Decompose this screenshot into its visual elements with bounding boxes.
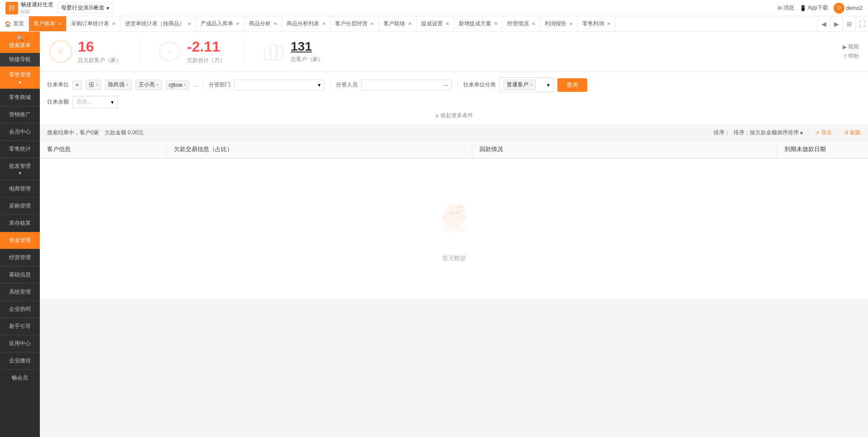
balance-select[interactable]: 选择... ▾ [72, 96, 118, 108]
nav-tabs: 🏠 首页 客户账本 ✕ 采购订单统计表 ✕ 进货单统计表（按商品） ✕ 产成品入… [0, 16, 868, 32]
filter-tag-chen: 陈民强 × [105, 80, 132, 90]
tab-purchase-order[interactable]: 采购订单统计表 ✕ [67, 16, 120, 32]
close-tab-customer-account[interactable]: ✕ [58, 21, 62, 26]
sidebar-item-vip[interactable]: 畅会员 [0, 369, 40, 386]
refresh-btn[interactable]: ↺ 刷新 [844, 129, 861, 137]
close-tab-retail-profit[interactable]: ✕ [607, 21, 610, 26]
close-tab-product-analysis[interactable]: ✕ [273, 21, 277, 26]
customers-value: 16 [78, 39, 121, 55]
sidebar-item-operations-mgmt[interactable]: 经营管理 [0, 249, 40, 266]
remove-tag-chen[interactable]: × [126, 82, 129, 87]
svg-point-8 [450, 211, 453, 215]
tab-product-analysis-list[interactable]: 商品分析列表 ✕ [282, 16, 331, 32]
sidebar-item-capital[interactable]: 资金管理 [0, 232, 40, 249]
search-result-actions: 排序： 排序：按欠款金额倒序排序 ▾ | ↗ 导出 | ↺ 刷新 [714, 129, 861, 137]
search-result-info: 搜索结果中，客户0家 欠款金额 0.00元 [47, 129, 144, 137]
tab-home[interactable]: 🏠 首页 [0, 16, 29, 32]
stats-actions: ▶ 视频 ? 帮助 [843, 43, 859, 60]
sidebar-item-basic-info[interactable]: 基础信息 [0, 266, 40, 283]
store-select[interactable]: 母婴行业演示帐套 ▾ [57, 3, 113, 13]
filter-separator-1 [203, 81, 203, 90]
filter-more-btn[interactable]: ... [193, 82, 197, 88]
top-bar: 好 畅捷通好生意 标版 母婴行业演示帐套 ▾ ✉ 消息 📱 App下载 D de… [0, 0, 868, 16]
sidebar-item-wholesale[interactable]: 批发管理 ▼ [0, 157, 40, 180]
tab-customer-tier[interactable]: 客户分层经营 ✕ [331, 16, 379, 32]
sort-select[interactable]: 排序：按欠款金额倒序排序 ▾ [734, 129, 803, 137]
query-button[interactable]: 查询 [557, 78, 587, 92]
sidebar-item-new-guide[interactable]: 新手引导 [0, 318, 40, 335]
sidebar-item-retail-shop[interactable]: 零售商城 [0, 89, 40, 106]
tab-customer-account[interactable]: 客户账本 ✕ [29, 16, 67, 32]
tab-production-in[interactable]: 产成品入库单 ✕ [196, 16, 245, 32]
tab-operations[interactable]: 经营情况 ✕ [503, 16, 540, 32]
tab-expand[interactable]: ⊞ [843, 16, 855, 32]
sidebar-item-enterprise[interactable]: 企业协同 [0, 300, 40, 318]
tab-new-promotion[interactable]: 新增提成方案 ✕ [454, 16, 503, 32]
collapse-area: ∧ 收起更多条件 [47, 112, 861, 119]
filter-tag-wu: 伍 × [86, 80, 101, 90]
sidebar-search[interactable]: 🔍 搜索菜单 [0, 32, 40, 53]
close-tab-profit-report[interactable]: ✕ [569, 21, 573, 26]
tab-promotion-settings[interactable]: 提成设置 ✕ [417, 16, 454, 32]
tab-scroll-left[interactable]: ◀ [817, 16, 830, 32]
tab-profit-report[interactable]: 利润报告 ✕ [540, 16, 578, 32]
remove-tag-wang[interactable]: × [156, 82, 159, 87]
svg-rect-4 [271, 44, 276, 60]
svg-point-10 [442, 215, 448, 222]
sidebar-item-member[interactable]: 会员中心 [0, 123, 40, 140]
video-btn[interactable]: ▶ 视频 [843, 43, 859, 51]
person-more-icon: ··· [443, 82, 448, 88]
download-icon: 📱 [800, 5, 806, 11]
close-tab-purchase-order[interactable]: ✕ [112, 21, 115, 26]
sidebar-item-retail[interactable]: 零售管理 ▲ [0, 66, 40, 89]
tab-retail-profit[interactable]: 零售利润 ✕ [578, 16, 615, 32]
filter-tag-unit: × [72, 81, 82, 90]
tab-actions: ◀ ▶ ⊞ ⛶ [817, 16, 868, 32]
close-tab-promotion-settings[interactable]: ✕ [446, 21, 449, 26]
close-tab-customer-tier[interactable]: ✕ [370, 21, 374, 26]
remove-unit-type[interactable]: × [530, 82, 532, 87]
unit-label: 往来单位 [47, 81, 69, 89]
app-download-btn[interactable]: 📱 App下载 [800, 4, 828, 12]
sidebar-item-marketing[interactable]: 营销推广 [0, 106, 40, 123]
remove-tag-wu[interactable]: × [96, 82, 98, 87]
close-tab-production-in[interactable]: ✕ [236, 21, 240, 26]
top-bar-right: ✉ 消息 📱 App下载 D demo2 [777, 3, 863, 14]
sidebar-item-retail-stats[interactable]: 零售统计 [0, 140, 40, 157]
collapse-button[interactable]: ∧ 收起更多条件 [435, 112, 473, 119]
tab-product-analysis[interactable]: 商品分析 ✕ [245, 16, 282, 32]
person-select[interactable]: ··· [361, 80, 452, 90]
close-tab-operations[interactable]: ✕ [532, 21, 535, 26]
sidebar-item-purchase[interactable]: 采购管理 [0, 197, 40, 214]
stat-block-debt: ✦ -2.11 欠款合计（万） [140, 39, 244, 64]
tab-fullscreen[interactable]: ⛶ [855, 16, 868, 32]
stats-header: ¥ 16 总欠款客户（家） ✦ -2.11 欠款合计 [40, 32, 868, 72]
sidebar-item-ecommerce[interactable]: 电商管理 [0, 180, 40, 197]
help-btn[interactable]: ? 帮助 [844, 52, 859, 60]
stat-block-customers: ¥ 16 总欠款客户（家） [49, 39, 140, 64]
export-btn[interactable]: ↗ 导出 [815, 129, 832, 137]
sidebar-item-wechat[interactable]: 企业微信 [0, 352, 40, 369]
message-btn[interactable]: ✉ 消息 [777, 4, 794, 12]
filter-separator-3 [457, 81, 458, 90]
sidebar-item-app-center[interactable]: 应用中心 [0, 335, 40, 352]
unit-type-select[interactable]: 普通客户 × ▾ [499, 77, 554, 92]
sidebar-item-system[interactable]: 系统管理 [0, 283, 40, 300]
user-avatar[interactable]: D demo2 [834, 3, 863, 14]
close-tab-new-promotion[interactable]: ✕ [494, 21, 498, 26]
sidebar-item-inventory[interactable]: 库存核算 [0, 214, 40, 232]
chevron-down-icon: ▾ [106, 5, 109, 11]
sidebar-quick-nav[interactable]: 快捷导航 [0, 53, 40, 66]
close-tab-incoming-stats[interactable]: ✕ [187, 21, 191, 26]
dept-select[interactable]: ▾ [234, 80, 325, 90]
dept-label: 分管部门 [209, 81, 230, 89]
tab-customer-contact[interactable]: 客户联络 ✕ [379, 16, 417, 32]
unit-type-label: 往来单位分类 [463, 81, 496, 89]
top-bar-left: 好 畅捷通好生意 标版 母婴行业演示帐套 ▾ [5, 1, 113, 15]
filter-tag-cjttcw: cjttcw × [166, 81, 190, 90]
remove-tag-cjttcw[interactable]: × [184, 82, 187, 87]
tab-incoming-stats[interactable]: 进货单统计表（按商品） ✕ [120, 16, 196, 32]
close-tab-product-analysis-list[interactable]: ✕ [322, 21, 326, 26]
close-tab-customer-contact[interactable]: ✕ [408, 21, 412, 26]
tab-scroll-right[interactable]: ▶ [830, 16, 843, 32]
